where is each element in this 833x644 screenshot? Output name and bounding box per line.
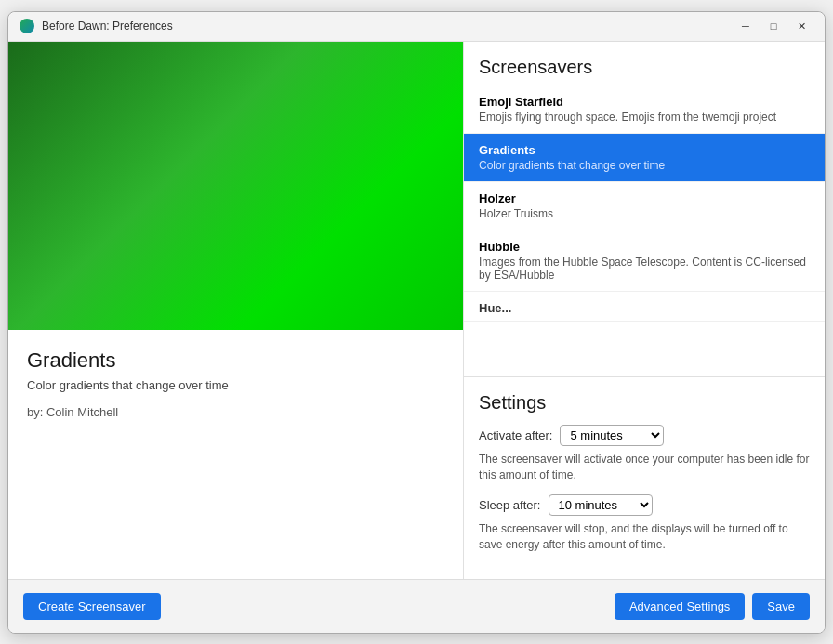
maximize-button[interactable]: □ bbox=[761, 16, 786, 36]
titlebar-controls: ─ □ ✕ bbox=[734, 16, 813, 36]
screensaver-info: Gradients Color gradients that change ov… bbox=[8, 330, 463, 579]
activate-select[interactable]: 5 minutes 1 minute 2 minutes 10 minutes … bbox=[560, 425, 664, 446]
list-item-name: Hue... bbox=[479, 301, 810, 315]
list-item-name: Holzer bbox=[479, 191, 810, 205]
list-item-hubble[interactable]: Hubble Images from the Hubble Space Tele… bbox=[464, 230, 825, 292]
create-screensaver-button[interactable]: Create Screensaver bbox=[23, 593, 161, 620]
settings-title: Settings bbox=[479, 392, 810, 414]
list-item-holzer[interactable]: Holzer Holzer Truisms bbox=[464, 182, 825, 230]
list-item-hue-partial[interactable]: Hue... bbox=[464, 292, 825, 322]
list-item-desc: Holzer Truisms bbox=[479, 207, 810, 220]
selected-screensaver-author: by: Colin Mitchell bbox=[27, 405, 444, 419]
selected-screensaver-description: Color gradients that change over time bbox=[27, 378, 444, 392]
app-icon bbox=[20, 19, 34, 33]
screensaver-preview bbox=[8, 42, 463, 330]
advanced-settings-button[interactable]: Advanced Settings bbox=[615, 593, 745, 620]
left-panel: Gradients Color gradients that change ov… bbox=[8, 42, 464, 579]
right-panel: Screensavers Emoji Starfield Emojis flyi… bbox=[464, 42, 825, 579]
sleep-row: Sleep after: 10 minutes 5 minutes 15 min… bbox=[479, 494, 810, 516]
screensavers-section: Screensavers Emoji Starfield Emojis flyi… bbox=[464, 42, 825, 378]
list-item-gradients[interactable]: Gradients Color gradients that change ov… bbox=[464, 134, 825, 182]
list-item-desc: Emojis flying through space. Emojis from… bbox=[479, 111, 810, 124]
list-item-name: Hubble bbox=[479, 240, 810, 254]
sleep-help: The screensaver will stop, and the displ… bbox=[479, 521, 810, 553]
sleep-label: Sleep after: bbox=[479, 498, 541, 512]
main-window: Before Dawn: Preferences ─ □ ✕ Gradients… bbox=[7, 11, 826, 634]
list-item[interactable]: Emoji Starfield Emojis flying through sp… bbox=[464, 85, 825, 134]
screensaver-list[interactable]: Emoji Starfield Emojis flying through sp… bbox=[464, 85, 825, 377]
sleep-select[interactable]: 10 minutes 5 minutes 15 minutes 20 minut… bbox=[549, 494, 653, 516]
list-item-desc: Images from the Hubble Space Telescope. … bbox=[479, 256, 810, 282]
activate-row: Activate after: 5 minutes 1 minute 2 min… bbox=[479, 425, 810, 446]
close-button[interactable]: ✕ bbox=[789, 16, 813, 36]
list-item-name: Emoji Starfield bbox=[479, 95, 810, 109]
main-content: Gradients Color gradients that change ov… bbox=[8, 42, 825, 579]
bottom-bar: Create Screensaver Advanced Settings Sav… bbox=[8, 579, 825, 633]
list-item-desc: Color gradients that change over time bbox=[479, 159, 810, 172]
activate-help: The screensaver will activate once your … bbox=[479, 452, 810, 483]
titlebar: Before Dawn: Preferences ─ □ ✕ bbox=[8, 12, 825, 42]
titlebar-title: Before Dawn: Preferences bbox=[42, 20, 734, 33]
screensavers-title: Screensavers bbox=[464, 42, 825, 85]
settings-section: Settings Activate after: 5 minutes 1 min… bbox=[464, 377, 825, 578]
save-button[interactable]: Save bbox=[752, 593, 810, 620]
selected-screensaver-name: Gradients bbox=[27, 348, 444, 373]
minimize-button[interactable]: ─ bbox=[734, 16, 758, 36]
activate-label: Activate after: bbox=[479, 428, 552, 442]
list-item-name: Gradients bbox=[479, 143, 810, 157]
